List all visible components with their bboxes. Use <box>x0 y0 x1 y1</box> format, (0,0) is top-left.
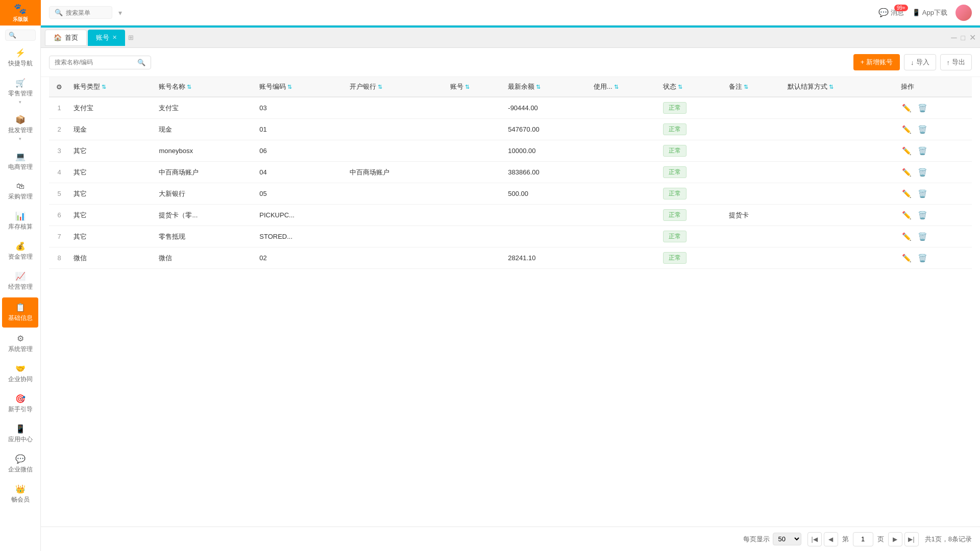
row-usage <box>590 247 659 269</box>
table-row: 6 其它 提货卡（零... PICKUPC... 正常 提货卡 ✏️ 🗑️ <box>49 205 972 226</box>
delete-button[interactable]: 🗑️ <box>917 188 928 199</box>
topbar-right: 💬 消息 99+ 📱 App下载 <box>878 5 972 21</box>
row-number: 5 <box>49 183 69 205</box>
maximize-icon[interactable]: □ <box>961 34 965 42</box>
edit-button[interactable]: ✏️ <box>901 188 913 199</box>
topbar-search-input[interactable] <box>66 9 107 16</box>
next-page-button[interactable]: ▶ <box>888 532 902 546</box>
delete-button[interactable]: 🗑️ <box>917 124 928 135</box>
row-number: 2 <box>49 119 69 140</box>
row-name: 微信 <box>155 247 255 269</box>
col-name[interactable]: 账号名称⇅ <box>155 77 255 97</box>
accounts-table-container: ⚙ 账号类型⇅ 账号名称⇅ 账号编码⇅ 开户银行⇅ 账号⇅ 最新余额⇅ 使用..… <box>41 77 980 527</box>
minimize-icon[interactable]: ─ <box>951 33 957 42</box>
row-status: 正常 <box>659 162 725 183</box>
delete-button[interactable]: 🗑️ <box>917 253 928 264</box>
row-name: 大新银行 <box>155 183 255 205</box>
status-badge: 正常 <box>663 102 687 114</box>
close-icon[interactable]: ✕ <box>969 33 976 42</box>
col-usage[interactable]: 使用...⇅ <box>590 77 659 97</box>
add-account-button[interactable]: + 新增账号 <box>853 54 900 70</box>
topbar-search-icon: 🔍 <box>55 9 63 16</box>
delete-button[interactable]: 🗑️ <box>917 103 928 114</box>
edit-button[interactable]: ✏️ <box>901 103 913 114</box>
status-badge: 正常 <box>663 145 687 157</box>
edit-button[interactable]: ✏️ <box>901 253 913 264</box>
sidebar-item-basicinfo[interactable]: 📋 基础信息 <box>2 297 38 328</box>
col-bank[interactable]: 开户银行⇅ <box>346 77 446 97</box>
account-search-input[interactable] <box>55 59 134 66</box>
sidebar-item-label: 批发管理 <box>8 126 33 135</box>
first-page-button[interactable]: |◀ <box>807 532 822 546</box>
row-name: 提货卡（零... <box>155 205 255 226</box>
account-search-box: 🔍 <box>49 56 151 69</box>
row-remark <box>725 119 783 140</box>
tab-home[interactable]: 🏠 首页 <box>45 30 87 46</box>
delete-button[interactable]: 🗑️ <box>917 167 928 178</box>
sidebar-item-purchase[interactable]: 🛍 采购管理 <box>0 177 40 206</box>
sidebar-item-search[interactable]: 🔍 <box>0 26 40 43</box>
search-submit-icon[interactable]: 🔍 <box>137 59 145 66</box>
edit-button[interactable]: ✏️ <box>901 145 913 157</box>
export-button[interactable]: ↑ 导出 <box>940 54 972 70</box>
page-size-label: 每页显示 <box>743 535 770 544</box>
sidebar-item-inventory[interactable]: 📊 库存核算 <box>0 206 40 236</box>
row-number: 1 <box>49 97 69 119</box>
col-type[interactable]: 账号类型⇅ <box>69 77 155 97</box>
edit-button[interactable]: ✏️ <box>901 231 913 242</box>
sidebar: 🐾 乐版版 🔍 ⚡ 快捷导航 🛒 零售管理 ▾ 📦 批发管理 ▾ 💻 电商管理 … <box>0 0 41 551</box>
col-settings[interactable]: ⚙ <box>49 77 69 97</box>
sidebar-item-wholesale[interactable]: 📦 批发管理 ▾ <box>0 110 40 146</box>
sidebar-item-retail[interactable]: 🛒 零售管理 ▾ <box>0 73 40 110</box>
sidebar-item-label: 企业微信 <box>8 465 33 474</box>
row-usage <box>590 162 659 183</box>
notification-button[interactable]: 💬 消息 99+ <box>878 8 904 17</box>
sidebar-item-guide[interactable]: 🎯 新手引导 <box>0 389 40 419</box>
row-actions: ✏️ 🗑️ <box>897 162 972 183</box>
col-code[interactable]: 账号编码⇅ <box>255 77 346 97</box>
delete-button[interactable]: 🗑️ <box>917 145 928 157</box>
col-account[interactable]: 账号⇅ <box>446 77 504 97</box>
edit-button[interactable]: ✏️ <box>901 167 913 178</box>
col-status[interactable]: 状态⇅ <box>659 77 725 97</box>
tab-expand-icon[interactable]: ⊞ <box>128 34 134 41</box>
col-remark[interactable]: 备注⇅ <box>725 77 783 97</box>
sidebar-item-quicknav[interactable]: ⚡ 快捷导航 <box>0 43 40 73</box>
tab-close-button[interactable]: ✕ <box>112 34 117 41</box>
edit-button[interactable]: ✏️ <box>901 210 913 221</box>
row-account <box>446 162 504 183</box>
row-number: 3 <box>49 140 69 162</box>
prev-page-button[interactable]: ◀ <box>824 532 838 546</box>
table-row: 3 其它 moneybosx 06 10000.00 正常 ✏️ 🗑️ <box>49 140 972 162</box>
sidebar-item-collab[interactable]: 🤝 企业协同 <box>0 359 40 389</box>
user-avatar[interactable] <box>955 5 972 21</box>
edit-button[interactable]: ✏️ <box>901 124 913 135</box>
app-download-button[interactable]: 📱 App下载 <box>912 8 947 17</box>
row-number: 8 <box>49 247 69 269</box>
col-settlement[interactable]: 默认结算方式⇅ <box>783 77 897 97</box>
delete-button[interactable]: 🗑️ <box>917 210 928 221</box>
row-remark <box>725 226 783 247</box>
row-usage <box>590 140 659 162</box>
sidebar-item-finance[interactable]: 💰 资金管理 <box>0 236 40 266</box>
sidebar-item-ecommerce[interactable]: 💻 电商管理 <box>0 146 40 177</box>
bell-icon: 💬 <box>878 8 889 17</box>
sidebar-item-member[interactable]: 👑 畅会员 <box>0 479 40 509</box>
page-number-input[interactable] <box>853 532 873 546</box>
sidebar-item-operations[interactable]: 📈 经营管理 <box>0 266 40 296</box>
sidebar-item-system[interactable]: ⚙ 系统管理 <box>0 329 40 359</box>
row-code: 01 <box>255 119 346 140</box>
delete-button[interactable]: 🗑️ <box>917 231 928 242</box>
tab-account[interactable]: 账号 ✕ <box>88 30 125 46</box>
col-balance[interactable]: 最新余额⇅ <box>504 77 589 97</box>
row-actions: ✏️ 🗑️ <box>897 119 972 140</box>
search-icon: 🔍 <box>9 32 16 39</box>
sidebar-item-wxwork[interactable]: 💬 企业微信 <box>0 449 40 479</box>
row-settlement <box>783 97 897 119</box>
row-settlement <box>783 205 897 226</box>
row-account <box>446 140 504 162</box>
page-size-select[interactable]: 50 100 200 <box>773 533 801 545</box>
last-page-button[interactable]: ▶| <box>904 532 919 546</box>
import-button[interactable]: ↓ 导入 <box>904 54 936 70</box>
sidebar-item-appcenter[interactable]: 📱 应用中心 <box>0 419 40 449</box>
